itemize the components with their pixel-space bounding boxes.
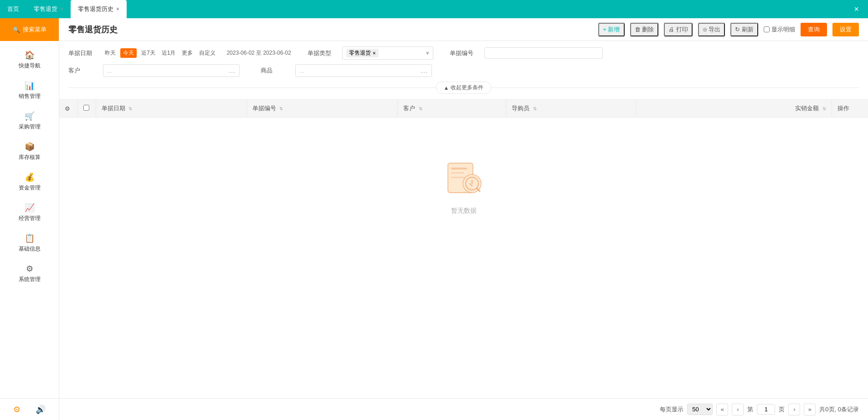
sidebar-item-quick-nav[interactable]: 🏠 快捷导航 <box>0 45 59 75</box>
tab-retail-return-history[interactable]: 零售退货历史 × <box>71 0 127 18</box>
date-btn-more[interactable]: 更多 <box>180 48 195 58</box>
sort-guide-icon: ⇅ <box>533 106 537 111</box>
sort-date-icon: ⇅ <box>128 106 132 111</box>
sidebar-item-system[interactable]: ⚙ 系统管理 <box>0 258 59 289</box>
goods-placeholder: ... <box>299 67 419 74</box>
close-tab-retail-return-history[interactable]: × <box>116 6 119 12</box>
sidebar: 🔍 搜索菜单 🏠 快捷导航 📊 销售管理 🛒 采购管理 📦 库存核算 💰 <box>0 18 59 420</box>
empty-state-row: 暂无数据 <box>59 118 868 252</box>
data-table: ⚙ 单据日期 ⇅ 单据编号 ⇅ <box>59 100 868 251</box>
first-page-button[interactable]: « <box>716 404 728 415</box>
th-id[interactable]: 单据编号 ⇅ <box>247 100 397 118</box>
page-header: 零售退货历史 + 新增 🗑 删除 🖨 打印 ⊙ 导出 ↻ 刷新 显示明细 查询 … <box>59 18 868 41</box>
export-button[interactable]: ⊙ 导出 <box>698 23 725 36</box>
th-actions: 操作 <box>832 100 868 118</box>
th-guide[interactable]: 导购员 ⇅ <box>506 100 636 118</box>
empty-illustration <box>441 154 487 200</box>
last-page-button[interactable]: » <box>804 404 816 415</box>
id-filter-label: 单据编号 <box>450 49 477 57</box>
sidebar-search[interactable]: 🔍 搜索菜单 <box>0 18 59 41</box>
search-icon: 🔍 <box>13 26 20 33</box>
customer-filter-label: 客户 <box>68 67 96 75</box>
sidebar-item-sales[interactable]: 📊 销售管理 <box>0 75 59 106</box>
sidebar-item-inventory[interactable]: 📦 库存核算 <box>0 136 59 167</box>
sidebar-item-label-inventory: 库存核算 <box>19 154 41 161</box>
page-size-select[interactable]: 10 20 50 100 <box>687 404 713 415</box>
th-settings[interactable]: ⚙ <box>59 100 77 118</box>
tab-home[interactable]: 首页 <box>0 0 26 18</box>
chevron-up-icon: ▲ <box>444 85 449 91</box>
th-date[interactable]: 单据日期 ⇅ <box>96 100 247 118</box>
page-title: 零售退货历史 <box>68 24 118 35</box>
empty-state-cell: 暂无数据 <box>59 118 868 252</box>
filter-row-1: 单据日期 昨天 今天 近7天 近1月 更多 自定义 2023-06-02 至 2… <box>68 46 859 60</box>
sidebar-item-label-purchase: 采购管理 <box>19 123 41 131</box>
date-btn-custom[interactable]: 自定义 <box>197 48 217 58</box>
settings-icon[interactable]: ⚙ <box>65 105 70 112</box>
query-button[interactable]: 查询 <box>801 23 827 36</box>
sidebar-item-label-sales: 销售管理 <box>19 92 41 100</box>
date-range-display: 2023-06-02 至 2023-06-02 <box>226 49 291 57</box>
sidebar-item-label-basic-info: 基础信息 <box>19 245 41 253</box>
goods-filter-label: 商品 <box>261 67 288 75</box>
close-tab-retail-return[interactable]: × <box>60 6 63 12</box>
date-btn-today[interactable]: 今天 <box>120 48 137 58</box>
select-all-checkbox[interactable] <box>83 105 89 111</box>
empty-text: 暂无数据 <box>451 207 477 215</box>
page-label-pre: 第 <box>747 405 753 414</box>
show-detail-checkbox[interactable] <box>764 26 770 32</box>
sales-icon: 📊 <box>25 81 35 91</box>
next-page-button[interactable]: › <box>788 404 800 415</box>
current-page-input[interactable] <box>757 404 775 415</box>
svg-rect-3 <box>451 177 465 178</box>
customer-placeholder: ... <box>107 67 226 74</box>
table-area: ⚙ 单据日期 ⇅ 单据编号 ⇅ <box>59 100 868 398</box>
type-tag: 零售退货 × <box>346 49 379 57</box>
close-window-button[interactable]: × <box>850 5 863 14</box>
show-detail-label: 显示明细 <box>771 26 795 34</box>
show-detail-checkbox-label[interactable]: 显示明细 <box>764 26 795 34</box>
purchase-icon: 🛒 <box>25 111 35 121</box>
tab-retail-return[interactable]: 零售退货 × <box>26 0 71 18</box>
th-checkbox[interactable] <box>77 100 96 118</box>
type-filter-select[interactable]: 零售退货 × ▾ <box>342 46 433 60</box>
id-filter-input[interactable] <box>484 47 603 59</box>
customer-filter-select[interactable]: ... … <box>103 64 240 77</box>
goods-filter-select[interactable]: ... … <box>295 64 432 77</box>
date-btn-1month[interactable]: 近1月 <box>160 48 178 58</box>
volume-icon[interactable]: 🔊 <box>36 405 46 415</box>
sidebar-item-management[interactable]: 📈 经营管理 <box>0 197 59 228</box>
goods-ellipsis-icon[interactable]: … <box>421 67 428 75</box>
customer-ellipsis-icon[interactable]: … <box>228 67 236 75</box>
header-actions: + 新增 🗑 删除 🖨 打印 ⊙ 导出 ↻ 刷新 显示明细 查询 设置 <box>598 23 859 36</box>
delete-button[interactable]: 🗑 删除 <box>630 23 659 36</box>
settings-bottom-icon[interactable]: ⚙ <box>13 405 21 415</box>
th-amount[interactable]: 实销金额 ⇅ <box>636 100 832 118</box>
type-tag-close[interactable]: × <box>373 50 376 56</box>
sidebar-search-label: 搜索菜单 <box>23 26 46 34</box>
th-customer[interactable]: 客户 ⇅ <box>398 100 506 118</box>
table-header-row: ⚙ 单据日期 ⇅ 单据编号 ⇅ <box>59 100 868 118</box>
refresh-button[interactable]: ↻ 刷新 <box>730 23 758 36</box>
new-button[interactable]: + 新增 <box>598 23 624 36</box>
svg-rect-1 <box>451 168 467 169</box>
sidebar-item-basic-info[interactable]: 📋 基础信息 <box>0 228 59 258</box>
total-label: 共0页, 0条记录 <box>819 405 859 414</box>
empty-state: 暂无数据 <box>59 118 868 251</box>
settings-button[interactable]: 设置 <box>832 23 859 36</box>
sidebar-bottom: ⚙ 🔊 <box>0 398 59 420</box>
date-btn-7days[interactable]: 近7天 <box>139 48 157 58</box>
date-btn-yesterday[interactable]: 昨天 <box>103 48 118 58</box>
type-filter-label: 单据类型 <box>308 49 335 57</box>
sidebar-item-purchase[interactable]: 🛒 采购管理 <box>0 106 59 136</box>
sidebar-item-label-finance: 资金管理 <box>19 184 41 192</box>
print-button[interactable]: 🖨 打印 <box>664 23 693 36</box>
inventory-icon: 📦 <box>25 142 35 152</box>
collapse-row: ▲ 收起更多条件 <box>68 82 859 94</box>
management-icon: 📈 <box>25 203 35 213</box>
prev-page-button[interactable]: ‹ <box>732 404 744 415</box>
sidebar-nav: 🏠 快捷导航 📊 销售管理 🛒 采购管理 📦 库存核算 💰 资金管理 📈 <box>0 41 59 398</box>
date-shortcuts: 昨天 今天 近7天 近1月 更多 自定义 <box>103 48 217 58</box>
sidebar-item-finance[interactable]: 💰 资金管理 <box>0 167 59 197</box>
collapse-button[interactable]: ▲ 收起更多条件 <box>436 82 492 94</box>
